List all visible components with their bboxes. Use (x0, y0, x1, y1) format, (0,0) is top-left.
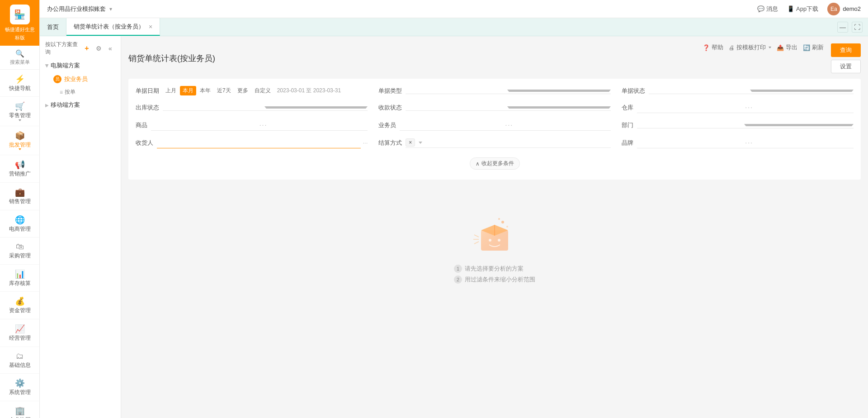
sidebar-item-operation[interactable]: 📈 经营管理 (0, 319, 39, 347)
sidebar-item-inventory[interactable]: 📊 库存核算 (0, 265, 39, 292)
tab-sales-stat[interactable]: 销货单统计表（按业务员） × (66, 18, 160, 36)
svg-point-5 (498, 218, 500, 220)
department-chevron (744, 124, 854, 126)
sidebar-item-quick-nav[interactable]: ⚡ 快捷导航 (0, 70, 39, 97)
svg-line-8 (474, 235, 479, 237)
scheme-by-staff-label: 按业务员 (64, 75, 88, 83)
wholesale-label: 批发管理 (9, 142, 31, 149)
tab-bar: 首页 销货单统计表（按业务员） × — ⛶ (40, 18, 868, 36)
sidebar-item-retail[interactable]: 🛒 零售管理 (0, 97, 39, 126)
pc-group-chevron: ▶ (45, 64, 50, 67)
filter-settlement: 结算方式 × (378, 138, 610, 148)
empty-state: 1 请先选择要分析的方案 2 用过滤条件来缩小分析范围 (128, 185, 861, 311)
sidebar-item-sales[interactable]: 💼 销售管理 (0, 183, 39, 210)
refresh-btn[interactable]: 🔄 刷新 (803, 43, 824, 52)
tab-minimize-btn[interactable]: — (837, 22, 848, 33)
tab-home-label: 首页 (47, 23, 59, 31)
app-logo[interactable]: 🏪 畅捷通好生意 标版 (0, 0, 39, 46)
date-tab-this-month[interactable]: 本月 (180, 86, 196, 95)
marketing-icon: 📢 (15, 160, 25, 170)
sidebar-item-finance[interactable]: 💰 资金管理 (0, 292, 39, 319)
search-menu[interactable]: 🔍 搜索菜单 (0, 46, 39, 70)
out-status-dropdown[interactable] (163, 104, 368, 111)
settlement-label: 结算方式 (378, 139, 402, 147)
empty-tip-2: 2 用过滤条件来缩小分析范围 (454, 276, 535, 284)
top-header: 办公用品行业模拟账套 ▾ 💬 消息 📱 App下载 Ea demo2 (40, 0, 868, 18)
wholesale-chevron (19, 148, 21, 150)
left-panel-title: 按以下方案查询 (45, 41, 82, 56)
marketing-label: 营销推广 (9, 171, 31, 178)
date-tab-more[interactable]: 更多 (235, 86, 251, 95)
date-tabs: 上月 本月 本年 近7天 更多 自定义 (163, 86, 274, 95)
warehouse-dropdown[interactable]: ··· (637, 102, 854, 113)
settlement-dropdown[interactable]: × (406, 138, 610, 148)
filter-product: 商品 ··· (136, 119, 368, 131)
tab-home[interactable]: 首页 (40, 18, 66, 36)
date-tab-last7[interactable]: 近7天 (214, 86, 234, 95)
tab-maximize-btn[interactable]: ⛶ (852, 22, 863, 33)
brand-control: ··· (637, 137, 854, 148)
filter-date: 单据日期 上月 本月 本年 近7天 更多 自定义 (136, 86, 368, 95)
sidebar-item-purchase[interactable]: 🛍 采购管理 (0, 238, 39, 265)
sidebar-item-system[interactable]: ⚙️ 系统管理 (0, 374, 39, 401)
help-btn[interactable]: ❓ 帮助 (703, 43, 723, 52)
staff-dropdown[interactable]: ··· (400, 119, 610, 131)
collapse-btn[interactable]: ∧ 收起更多条件 (470, 157, 520, 170)
warehouse-label: 仓库 (622, 104, 633, 112)
brand-dots: ··· (745, 139, 854, 146)
help-label: 帮助 (712, 43, 723, 52)
date-tab-last-month[interactable]: 上月 (163, 86, 179, 95)
app-download-btn[interactable]: 📱 App下载 (787, 5, 818, 13)
print-btn[interactable]: 🖨 按模板打印 (729, 43, 771, 52)
left-panel-actions: + ⚙ « (82, 43, 115, 53)
filter-row-1: 单据日期 上月 本月 本年 近7天 更多 自定义 (136, 86, 854, 95)
consignee-label: 收货人 (136, 139, 153, 147)
sidebar-item-marketing[interactable]: 📢 营销推广 (0, 155, 39, 183)
pc-scheme-group-header[interactable]: ▶ 电脑端方案 (40, 59, 121, 72)
settings-scheme-btn[interactable]: ⚙ (94, 43, 104, 53)
user-profile[interactable]: Ea demo2 (827, 3, 861, 15)
filter-brand: 品牌 ··· (622, 137, 854, 148)
pc-group-label: 电脑端方案 (51, 62, 80, 70)
filter-card: 单据日期 上月 本月 本年 近7天 更多 自定义 (128, 79, 861, 180)
doc-status-dropdown[interactable] (649, 88, 854, 94)
warehouse-control: ··· (637, 102, 854, 113)
settings-button[interactable]: 设置 (831, 60, 861, 73)
tip-num-1: 1 (454, 265, 462, 273)
doc-type-dropdown[interactable] (406, 88, 610, 94)
consignee-input[interactable] (157, 138, 361, 148)
product-label: 商品 (136, 121, 147, 129)
logo-text: 畅捷通好生意 (5, 26, 35, 33)
department-dropdown[interactable] (637, 122, 854, 128)
logo-icon: 🏪 (10, 5, 30, 24)
sales-label: 销售管理 (9, 198, 31, 205)
query-button[interactable]: 查询 (831, 43, 861, 57)
date-tab-custom[interactable]: 自定义 (252, 86, 274, 95)
tab-close-btn[interactable]: × (149, 23, 152, 30)
scheme-by-order[interactable]: ≡ 按单 (40, 86, 121, 98)
message-label: 消息 (766, 5, 778, 13)
page-title-row: 销货单统计表(按业务员) ❓ 帮助 🖨 按模板打印 📤 (128, 43, 861, 73)
filter-doc-status: 单据状态 (622, 87, 854, 95)
settlement-tag-close[interactable]: × (409, 139, 412, 146)
brand-dropdown[interactable]: ··· (637, 137, 854, 148)
message-btn[interactable]: 💬 消息 (757, 5, 778, 13)
mobile-scheme-group-header[interactable]: ▶ 移动端方案 (40, 98, 121, 112)
scheme-by-staff[interactable]: 员 按业务员 (40, 72, 121, 86)
sidebar-item-ecommerce[interactable]: 🌐 电商管理 (0, 210, 39, 238)
collapse-up-icon: ∧ (476, 161, 480, 167)
add-scheme-btn[interactable]: + (82, 43, 92, 53)
sidebar-item-wholesale[interactable]: 📦 批发管理 (0, 126, 39, 156)
date-tab-this-year[interactable]: 本年 (197, 86, 213, 95)
product-dropdown[interactable]: ··· (151, 119, 368, 131)
refresh-label: 刷新 (812, 43, 824, 52)
export-btn[interactable]: 📤 导出 (777, 43, 797, 52)
top-header-dropdown-icon[interactable]: ▾ (109, 6, 112, 12)
tip-num-2: 2 (454, 276, 462, 284)
btn-area: 查询 设置 (831, 43, 861, 73)
receipt-status-dropdown[interactable] (406, 104, 610, 111)
collapse-panel-btn[interactable]: « (105, 43, 115, 53)
filter-row-3: 商品 ··· 业务员 (136, 119, 854, 131)
sidebar-item-basic[interactable]: 🗂 基础信息 (0, 347, 39, 374)
sidebar-item-enterprise[interactable]: 🏢 企业协同 (0, 401, 39, 418)
